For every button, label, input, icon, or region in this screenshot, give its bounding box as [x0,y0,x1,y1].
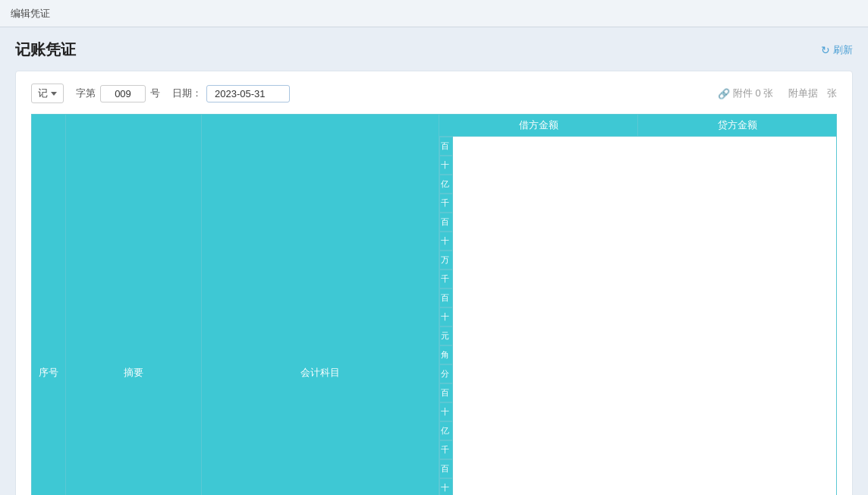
type-dropdown[interactable]: 记 [31,84,64,103]
type-value: 记 [38,87,48,100]
credit-digit-header: 百 [439,459,453,478]
debit-digit-header: 千 [439,270,453,288]
right-controls: 🔗 附件 0 张 附单据 张 [718,87,837,100]
type-field: 记 [31,84,64,103]
debit-digit-header: 分 [439,364,453,383]
credit-digit-header: 千 [439,440,453,459]
zi-label: 字第 [76,87,96,100]
table-container: 序号 摘要 会计科目 借方金额 贷方金额 百十亿千百十万千百十元角分百十亿千百十… [31,114,837,495]
page-header: 记账凭证 ↻ 刷新 [15,39,853,60]
credit-digit-header: 十 [439,402,453,421]
credit-digit-header: 百 [439,383,453,402]
debit-digit-header: 亿 [439,175,453,194]
attachment-label: 附件 0 张 [733,87,773,100]
attachment-icon: 🔗 [718,88,730,99]
col-header-seq: 序号 [32,115,66,496]
window-titlebar: 编辑凭证 [0,0,868,27]
debit-digit-header: 十 [439,156,453,175]
refresh-icon: ↻ [821,44,830,56]
debit-digit-header: 千 [439,194,453,213]
debit-digit-header: 元 [439,326,453,345]
col-header-credit: 贷方金额 [638,115,837,137]
col-header-summary: 摘要 [65,115,201,496]
number-field: 字第 号 [76,85,160,102]
refresh-button[interactable]: ↻ 刷新 [821,43,853,57]
debit-digit-header: 十 [439,232,453,251]
debit-digit-header: 百 [439,213,453,232]
credit-digit-header: 十 [439,478,453,495]
debit-digit-header: 万 [439,251,453,270]
main-area: 记账凭证 ↻ 刷新 记 字第 号 日期： [0,27,868,495]
refresh-label: 刷新 [833,43,853,57]
number-input[interactable] [100,85,146,102]
date-field: 日期： [172,85,290,102]
voucher-card: 记 字第 号 日期： 🔗 附件 0 张 附单据 [15,71,853,495]
sheets-unit: 张 [827,87,837,100]
debit-digit-header: 角 [439,345,453,364]
form-row: 记 字第 号 日期： 🔗 附件 0 张 附单据 [31,84,837,103]
date-label: 日期： [172,87,202,100]
attachment-link[interactable]: 🔗 附件 0 张 [718,87,773,100]
voucher-table: 序号 摘要 会计科目 借方金额 贷方金额 百十亿千百十万千百十元角分百十亿千百十… [31,114,837,495]
debit-digit-header: 十 [439,307,453,326]
debit-digit-header: 百 [439,288,453,307]
sheets-label: 附单据 [788,87,818,100]
hao-label: 号 [150,87,160,100]
window-title: 编辑凭证 [11,7,50,20]
col-header-debit: 借方金额 [439,115,637,137]
col-header-account: 会计科目 [201,115,439,496]
credit-digit-header: 亿 [439,421,453,440]
date-input[interactable] [206,85,290,102]
debit-digit-header: 百 [439,137,453,156]
page-title: 记账凭证 [15,39,76,60]
type-chevron-icon [51,92,57,96]
sheets-field[interactable]: 附单据 张 [788,87,837,100]
